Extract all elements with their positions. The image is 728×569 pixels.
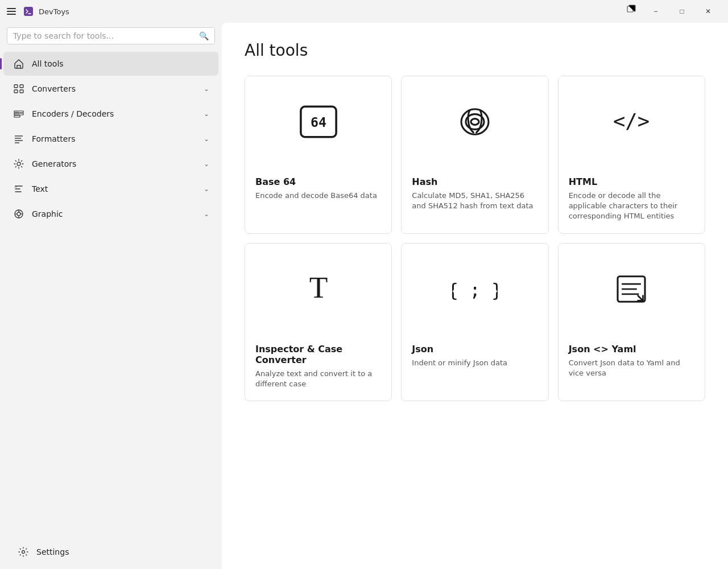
json-title: Json: [412, 344, 537, 354]
svg-rect-0: [24, 7, 33, 16]
chevron-down-icon: ⌄: [204, 110, 209, 118]
generators-icon: [13, 158, 25, 170]
home-icon: [13, 57, 25, 70]
hash-title: Hash: [412, 176, 537, 187]
sidebar-label-converters: Converters: [32, 84, 197, 93]
svg-rect-5: [20, 90, 23, 93]
tool-card-html[interactable]: </> HTML Encode or decode all the applic…: [558, 76, 705, 234]
graphic-icon: [13, 208, 25, 220]
chevron-down-icon: ⌄: [204, 135, 209, 143]
chevron-down-icon: ⌄: [204, 85, 209, 93]
maximize-button[interactable]: □: [669, 2, 695, 20]
html-info: HTML Encode or decode all the applicable…: [559, 167, 705, 233]
json-desc: Indent or minify Json data: [412, 358, 537, 368]
menu-button[interactable]: [7, 6, 18, 17]
chevron-down-icon: ⌄: [204, 160, 209, 168]
tool-card-base64[interactable]: 64 Base 64 Encode and decode Base64 data: [245, 76, 392, 234]
tool-card-hash[interactable]: Hash Calculate MD5, SHA1, SHA256 and SHA…: [401, 76, 548, 234]
search-box: 🔍: [7, 27, 215, 44]
svg-rect-3: [14, 90, 18, 93]
sidebar-item-formatters[interactable]: Formatters ⌄: [3, 127, 218, 151]
search-input[interactable]: [13, 31, 195, 40]
hash-icon-area: [402, 76, 548, 167]
json-yaml-icon-area: [559, 244, 705, 335]
chevron-down-icon: ⌄: [204, 210, 209, 218]
base64-title: Base 64: [255, 176, 381, 187]
svg-text:{ ; }: { ; }: [452, 279, 498, 301]
encoders-icon: 1011 0110: [13, 108, 25, 120]
svg-rect-2: [14, 85, 18, 88]
sidebar-label-settings: Settings: [36, 547, 205, 556]
sidebar-label-graphic: Graphic: [32, 209, 197, 218]
html-title: HTML: [569, 176, 694, 187]
json-yaml-info: Json <> Yaml Convert Json data to Yaml a…: [559, 335, 705, 390]
close-button[interactable]: ✕: [695, 2, 721, 20]
svg-rect-8: [14, 116, 20, 117]
hash-info: Hash Calculate MD5, SHA1, SHA256 and SHA…: [402, 167, 548, 222]
sidebar: 🔍 All tools Conver: [0, 23, 222, 569]
main-content: All tools 64 Base 64 Encode and decode B…: [222, 23, 728, 569]
html-desc: Encode or decode all the applicable char…: [569, 191, 694, 222]
app-title: DevToys: [39, 7, 69, 16]
tools-grid: 64 Base 64 Encode and decode Base64 data: [245, 76, 705, 401]
window-controls: − □ ✕: [624, 2, 721, 20]
sidebar-label-text: Text: [32, 184, 197, 193]
sidebar-item-text[interactable]: A Text ⌄: [3, 177, 218, 201]
minimize-button[interactable]: −: [643, 2, 669, 20]
sidebar-item-graphic[interactable]: Graphic ⌄: [3, 202, 218, 226]
html-icon-area: </>: [559, 76, 705, 167]
sidebar-item-converters[interactable]: Converters ⌄: [3, 77, 218, 101]
svg-text:A: A: [14, 185, 17, 188]
tool-card-json-yaml[interactable]: Json <> Yaml Convert Json data to Yaml a…: [558, 243, 705, 401]
sidebar-item-all-tools[interactable]: All tools: [3, 52, 218, 76]
json-yaml-title: Json <> Yaml: [569, 344, 694, 354]
inspector-desc: Analyze text and convert it to a differe…: [255, 369, 381, 389]
inspector-icon-area: T: [245, 244, 391, 335]
chevron-down-icon: ⌄: [204, 185, 209, 193]
app-icon: [23, 6, 34, 17]
sidebar-label-encoders: Encoders / Decoders: [32, 109, 197, 118]
svg-text:64: 64: [311, 115, 326, 130]
converters-icon: [13, 83, 25, 95]
base64-desc: Encode and decode Base64 data: [255, 191, 381, 201]
base64-info: Base 64 Encode and decode Base64 data: [245, 167, 391, 212]
svg-point-23: [22, 551, 25, 554]
json-icon-area: { ; }: [402, 244, 548, 335]
formatters-icon: [13, 133, 25, 145]
search-icon: 🔍: [199, 31, 209, 40]
inspector-info: Inspector & Case Converter Analyze text …: [245, 335, 391, 401]
text-icon: A: [13, 183, 25, 195]
svg-point-18: [17, 212, 20, 216]
json-info: Json Indent or minify Json data: [402, 335, 548, 380]
json-yaml-desc: Convert Json data to Yaml and vice versa: [569, 358, 694, 378]
app-body: 🔍 All tools Conver: [0, 23, 728, 569]
sidebar-label-generators: Generators: [32, 159, 197, 168]
svg-rect-4: [20, 85, 23, 88]
base64-icon-area: 64: [245, 76, 391, 167]
tool-card-inspector[interactable]: T Inspector & Case Converter Analyze tex…: [245, 243, 392, 401]
tool-card-json[interactable]: { ; } Json Indent or minify Json data: [401, 243, 548, 401]
sidebar-item-encoders-decoders[interactable]: 1011 0110 Encoders / Decoders ⌄: [3, 102, 218, 126]
inspector-title: Inspector & Case Converter: [255, 344, 381, 365]
sidebar-item-settings[interactable]: Settings: [8, 540, 214, 564]
svg-text:T: T: [309, 270, 328, 304]
search-container: 🔍: [0, 23, 222, 49]
hash-desc: Calculate MD5, SHA1, SHA256 and SHA512 h…: [412, 191, 537, 211]
sidebar-label-formatters: Formatters: [32, 134, 197, 143]
settings-icon: [17, 546, 30, 558]
page-title: All tools: [245, 41, 705, 60]
sidebar-label-all-tools: All tools: [32, 59, 209, 68]
window-restore-icon: [624, 2, 638, 16]
sidebar-item-generators[interactable]: Generators ⌄: [3, 152, 218, 176]
titlebar: DevToys − □ ✕: [0, 0, 728, 23]
svg-text:0110: 0110: [15, 113, 19, 116]
svg-text:</>: </>: [613, 109, 650, 133]
svg-point-15: [17, 162, 20, 166]
